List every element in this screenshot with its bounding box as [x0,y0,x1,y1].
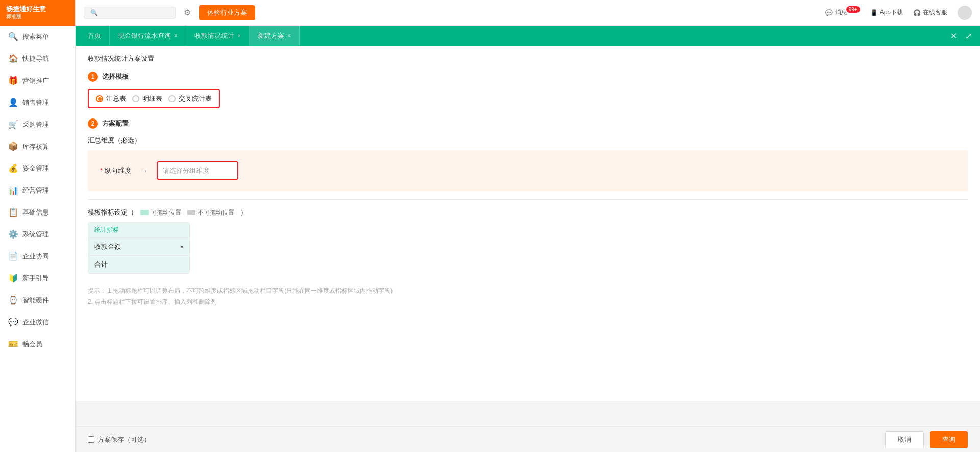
footer: 方案保存（可选） 取消 查询 [76,426,980,452]
sidebar-item-label: 库存核算 [22,142,49,151]
sidebar-item-label: 搜索菜单 [22,32,49,41]
content-inner: 收款情况统计方案设置 1 选择模板 汇总表 明细表 [76,46,980,401]
sidebar-item-purchase[interactable]: 🛒 采购管理 [0,113,75,135]
draggable-hint: 可拖动位置 [140,208,181,217]
radio-detail-circle [132,95,139,102]
app-download-item[interactable]: 📱 App下载 [870,8,903,17]
app-download-label: App下载 [880,8,903,17]
non-draggable-box [187,210,195,215]
sidebar-logo: 畅捷通好生意 标准版 [0,0,75,26]
dimension-row: * 纵向维度 → 请选择分组维度 [100,161,238,180]
content-area: 收款情况统计方案设置 1 选择模板 汇总表 明细表 [76,46,980,426]
clipboard-icon: 📋 [8,207,18,217]
tab-new-plan-label: 新建方案 [258,31,284,40]
stat-table: 统计指标 收款金额 ▾ 合计 [88,222,190,274]
chart-icon: 📊 [8,185,18,195]
sidebar-item-label: 经营管理 [22,186,49,195]
tab-new-plan[interactable]: 新建方案 × [250,26,300,46]
watch-icon: ⌚ [8,295,18,305]
sidebar-item-basic-info[interactable]: 📋 基础信息 [0,201,75,223]
sidebar-item-label: 系统管理 [22,230,49,239]
message-label: 消息 [835,8,847,17]
search-box[interactable]: 🔍 [84,7,176,19]
topbar: 🔍 ⚙ 体验行业方案 💬 消息 99+ 📱 App下载 🎧 在线客服 [76,0,980,26]
query-button[interactable]: 查询 [930,431,968,448]
save-checkbox[interactable] [88,436,94,443]
sidebar-item-label: 资金管理 [22,164,49,173]
sidebar-item-label: 销售管理 [22,98,49,107]
sidebar-item-label: 快捷导航 [22,54,49,63]
sidebar-item-label: 企业微信 [22,318,49,327]
sidebar-item-finance[interactable]: 💰 资金管理 [0,157,75,179]
tabbar: 首页 现金银行流水查询 × 收款情况统计 × 新建方案 × ✕ ⤢ [76,26,980,46]
section1-num: 1 [88,72,98,82]
radio-summary[interactable]: 汇总表 [96,94,126,103]
arrow-icon: → [139,165,149,176]
sidebar: 畅捷通好生意 标准版 🔍 搜索菜单 🏠 快捷导航 🎁 营销推广 👤 销售管理 🛒… [0,0,76,452]
stat-row-amount[interactable]: 收款金额 ▾ [88,238,189,256]
stat-total-label: 合计 [94,260,108,268]
sidebar-item-search-menu[interactable]: 🔍 搜索菜单 [0,26,75,47]
sidebar-item-enterprise-collab[interactable]: 📄 企业协同 [0,245,75,267]
sidebar-item-hardware[interactable]: ⌚ 智能硬件 [0,289,75,311]
message-icon: 💬 [825,9,833,16]
footer-actions: 取消 查询 [885,431,968,448]
non-draggable-hint: 不可拖动位置 [187,208,234,217]
sidebar-item-sales[interactable]: 👤 销售管理 [0,91,75,113]
tab-home[interactable]: 首页 [76,26,110,46]
online-service-item[interactable]: 🎧 在线客服 [913,8,947,17]
sidebar-item-member[interactable]: 🎫 畅会员 [0,333,75,355]
indicator-settings: 模板指标设定（ 可拖动位置 不可拖动位置 ） 统计指标 [88,199,968,275]
expand-icon[interactable]: ⤢ [963,29,974,43]
page-title: 收款情况统计方案设置 [88,54,968,63]
settings-icon: ⚙️ [8,229,18,239]
trial-button[interactable]: 体验行业方案 [199,5,255,20]
dimension-row-label: 纵向维度 [105,166,131,174]
draggable-box [140,210,149,215]
stat-row-total: 合计 [88,256,189,273]
service-icon: 🎧 [913,9,921,16]
section1-header: 1 选择模板 [88,72,968,82]
home-icon: 🏠 [8,54,18,63]
sidebar-item-newbie[interactable]: 🔰 新手引导 [0,267,75,289]
tab-receipt-stats-label: 收款情况统计 [194,31,234,40]
tip-2: 2. 点击标题栏下拉可设置排序、插入列和删除列 [88,297,968,308]
cancel-button[interactable]: 取消 [885,431,924,448]
sidebar-item-operations[interactable]: 📊 经营管理 [0,179,75,201]
sidebar-item-quick-nav[interactable]: 🏠 快捷导航 [0,47,75,69]
dimension-area: * 纵向维度 → 请选择分组维度 [88,150,968,191]
app-icon: 📱 [870,9,878,16]
tab-cash-flow[interactable]: 现金银行流水查询 × [110,26,186,46]
sidebar-item-inventory[interactable]: 📦 库存核算 [0,135,75,157]
save-option[interactable]: 方案保存（可选） [88,435,151,444]
sidebar-item-wechat[interactable]: 💬 企业微信 [0,311,75,333]
tab-cash-flow-label: 现金银行流水查询 [118,31,171,40]
tab-cash-flow-close[interactable]: × [174,33,178,39]
radio-detail[interactable]: 明细表 [132,94,162,103]
radio-cross[interactable]: 交叉统计表 [168,94,212,103]
dimension-config: 汇总维度（必选） * 纵向维度 → 请选择分组维度 [88,136,968,191]
search-input[interactable] [102,9,168,16]
section-config: 2 方案配置 汇总维度（必选） * 纵向维度 → [88,118,968,307]
search-menu-icon: 🔍 [8,32,18,41]
sidebar-item-system[interactable]: ⚙️ 系统管理 [0,223,75,245]
gear-icon[interactable]: ⚙ [184,8,191,17]
tabbar-actions: ✕ ⤢ [948,29,980,43]
radio-cross-circle [168,95,176,102]
tab-receipt-stats-close[interactable]: × [237,33,241,39]
tab-receipt-stats[interactable]: 收款情况统计 × [186,26,250,46]
dropdown-arrow-icon: ▾ [181,244,183,250]
close-tab-icon[interactable]: ✕ [948,29,959,43]
tab-new-plan-close[interactable]: × [287,33,291,39]
sidebar-item-marketing[interactable]: 🎁 营销推广 [0,69,75,91]
message-badge: 99+ [846,6,860,13]
radio-cross-label: 交叉统计表 [179,94,212,103]
tip-1: 提示： 1.拖动标题栏可以调整布局，不可跨维度或指标区域拖动栏目字段(只能在同一… [88,286,968,297]
stat-amount-label: 收款金额 [94,242,121,251]
radio-summary-label: 汇总表 [106,94,126,103]
message-item[interactable]: 💬 消息 99+ [825,8,860,17]
dimension-select[interactable]: 请选择分组维度 [157,161,238,180]
user-avatar[interactable] [958,6,972,20]
wechat-icon: 💬 [8,317,18,327]
tab-home-label: 首页 [88,31,101,40]
